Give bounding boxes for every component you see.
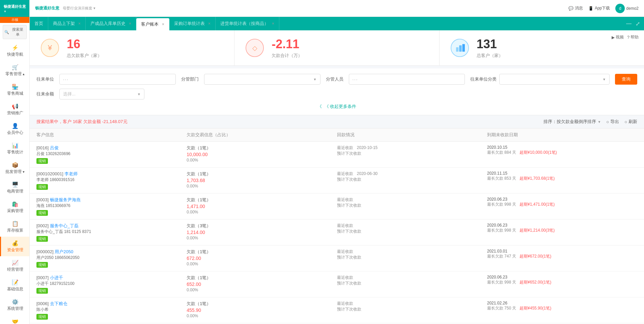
tab-purchase-order-close[interactable]: × (208, 21, 211, 26)
page-content: ¥ 16 总欠款客户（家） ◇ (30, 30, 644, 324)
tab-minimize-btn[interactable]: — (625, 21, 633, 27)
sidebar-brand[interactable]: 示顿 (0, 17, 29, 23)
sidebar-item-retail-mall[interactable]: 🏪 零售商城 (0, 80, 29, 100)
debt-amount[interactable]: 652.00 (187, 282, 337, 287)
table-row: [0006] 去下粮仓 陈小希 现销 欠款（1笔） 455.90 0. (30, 297, 644, 323)
debt-ratio: 0.00% (187, 184, 337, 188)
tab-product-history-close[interactable]: × (129, 21, 131, 26)
debt-amount[interactable]: 10,000.00 (187, 152, 337, 157)
export-label: 导出 (610, 119, 619, 125)
sidebar-item-ecommerce[interactable]: 🖥️ 电商管理 (0, 178, 29, 198)
sidebar-item-label: 系统管理 (3, 306, 27, 312)
user-menu[interactable]: d demo2 (615, 4, 639, 13)
search-menu-item[interactable]: 🔍 搜索菜单 (0, 23, 29, 41)
sidebar-item-quick-nav[interactable]: ⚡ 快捷导航 (0, 41, 29, 61)
tab-product-offline-close[interactable]: × (78, 21, 81, 26)
tab-customer-account[interactable]: 客户账本 × (136, 18, 169, 30)
customer-id: [0007] (36, 275, 49, 280)
sidebar-item-purchase[interactable]: 🛍️ 采购管理 (0, 198, 29, 217)
filter-manager: 分管人员 ··· (326, 74, 465, 85)
sort-select[interactable]: 排序：按欠款金额倒序排序 ▼ (543, 119, 601, 125)
tab-purchase-order[interactable]: 采购订单统计表 × (169, 17, 216, 30)
sidebar-item-finance[interactable]: 💰 资金管理 (0, 237, 29, 256)
overdue-days: 最长欠款 747 天 (487, 254, 516, 259)
stat-debt-amount: ◇ -2.11 欠款合计（万） (234, 30, 439, 65)
debt-amount[interactable]: 455.90 (187, 307, 337, 313)
balance-select[interactable]: 选择... ▼ (59, 89, 144, 99)
refresh-btn[interactable]: ○ 刷新 (624, 119, 637, 125)
table-header: 客户信息 欠款交易信息（占比） 回款情况 到期未收款日期 (30, 128, 644, 142)
app-download-btn[interactable]: 📱 App下载 (588, 5, 610, 11)
sidebar-item-member[interactable]: 👤 会员中心 (0, 119, 29, 139)
sidebar-item-retail-mgmt[interactable]: 🛒 零售管理 ▲ (0, 61, 29, 80)
tab-maximize-btn[interactable]: ⤢ (634, 21, 641, 27)
sidebar: 畅捷通好生意 ▼ 示顿 🔍 搜索菜单 ⚡ 快捷导航 🛒 零售管理 ▲ (0, 0, 30, 324)
overdue-date: 2020.06.23 (487, 197, 637, 202)
export-btn[interactable]: ○ 导出 (606, 119, 619, 125)
sidebar-item-batch-mgmt[interactable]: 📦 批发管理 ▼ (0, 158, 29, 178)
manager-input[interactable]: ··· (349, 74, 465, 85)
tab-inventory-stats-close[interactable]: × (272, 21, 274, 26)
sidebar-item-label: 营销推广 (3, 110, 27, 116)
query-button[interactable]: 查询 (615, 74, 637, 85)
system-icon: ⚙️ (3, 299, 27, 305)
stat-total-customers: 131 总客户（家） ▶ 视频 ? 帮助 (440, 30, 644, 65)
debt-info-cell: 欠款（1笔） 10,000.00 0.00% (187, 145, 337, 164)
tab-product-offline[interactable]: 商品上下架 × (48, 17, 86, 30)
overdue-amount-link[interactable]: 超期¥652.00(1笔) (520, 280, 551, 285)
debt-info-cell: 欠款（1笔） 1,471.00 0.00% (187, 197, 337, 216)
sidebar-item-marketing[interactable]: 📢 营销推广 (0, 100, 29, 119)
customer-name-link[interactable]: 用户2050 (55, 249, 73, 254)
tab-home[interactable]: 首页 (30, 17, 48, 30)
debt-amount[interactable]: 1,214.00 (187, 230, 337, 235)
customer-name-link[interactable]: 去下粮仓 (50, 301, 67, 306)
from-unit-input[interactable]: ··· (59, 74, 176, 85)
video-btn[interactable]: ▶ 视频 (612, 34, 624, 40)
filter-balance: 往来余额 选择... ▼ (36, 89, 144, 99)
customer-name-link[interactable]: 李老师 (64, 171, 78, 176)
sidebar-item-inventory[interactable]: 📋 库存核算 (0, 217, 29, 237)
sidebar-item-basic-info[interactable]: 📝 基础信息 (0, 276, 29, 295)
system-name[interactable]: 母婴行业演示账套 ▾ (63, 6, 95, 11)
debt-count: 欠款（1笔） (187, 145, 337, 151)
customer-name-link[interactable]: 服务中心_丁磊 (50, 223, 79, 228)
customer-name-link[interactable]: 吕俊 (50, 145, 59, 150)
tab-product-history[interactable]: 产成品入库单历史 × (86, 17, 136, 30)
message-btn[interactable]: 💬 消息 (568, 5, 583, 11)
debt-amount[interactable]: 1,471.00 (187, 204, 337, 209)
customer-name-link[interactable]: 小进千 (50, 275, 63, 280)
customer-info-cell: [0003] 畅捷服务尹海燕 海燕 18513066976 现销 (36, 197, 187, 216)
overdue-amount-link[interactable]: 超期¥672.00(1笔) (520, 254, 551, 259)
overdue-amount-link[interactable]: 超期¥455.90(1笔) (520, 306, 551, 311)
recovery-next: 预计下次收款 (337, 306, 487, 312)
sidebar-item-label: 零售统计 (3, 149, 27, 155)
unit-category-select[interactable]: ▼ (499, 74, 610, 85)
tab-customer-account-close[interactable]: × (162, 22, 164, 27)
sidebar-item-system[interactable]: ⚙️ 系统管理 (0, 295, 29, 315)
overdue-cell: 2020.10.15 最长欠款 884 天 超期¥10,000.00(1笔) (487, 145, 637, 164)
sidebar-item-enterprise[interactable]: 🤝 企业协同 (0, 315, 29, 324)
sidebar-item-label: 资金管理 (3, 247, 27, 253)
sort-chevron-icon: ▼ (597, 120, 601, 124)
debt-customers-number: 16 (67, 37, 102, 51)
sidebar-item-label: 采购管理 (3, 208, 27, 214)
app-download-label: App下载 (595, 5, 610, 11)
sidebar-item-retail-stats[interactable]: 📊 零售统计 (0, 139, 29, 158)
sidebar-item-business[interactable]: 📈 经营管理 (0, 256, 29, 276)
debt-ratio: 0.00% (187, 314, 337, 318)
customer-tag: 现销 (36, 262, 48, 268)
tag-row: 现销 (36, 157, 187, 164)
customer-name-link[interactable]: 畅捷服务尹海燕 (50, 197, 81, 202)
overdue-amount-link[interactable]: 超期¥1,703.68(1笔) (520, 176, 555, 181)
tab-inventory-stats[interactable]: 进货单统计表（按商品） × (216, 17, 279, 30)
result-prefix: 搜索结果中，客户 (36, 119, 72, 124)
debt-amount[interactable]: 672.00 (187, 256, 337, 261)
dept-select[interactable]: ▼ (204, 74, 320, 85)
table-row: [0016] 吕俊 吕俊 13026203696 现销 欠款（1笔） 10,00… (30, 142, 644, 168)
debt-amount[interactable]: 1,703.68 (187, 178, 337, 183)
overdue-amount-link[interactable]: 超期¥1,471.00(1笔) (520, 202, 555, 207)
help-btn[interactable]: ? 帮助 (627, 34, 639, 40)
overdue-amount-link[interactable]: 超期¥10,000.00(1笔) (520, 150, 557, 155)
overdue-amount-link[interactable]: 超期¥1,214.00(3笔) (520, 228, 555, 233)
collapse-btn[interactable]: 《 《 收起更多条件 (36, 104, 637, 110)
